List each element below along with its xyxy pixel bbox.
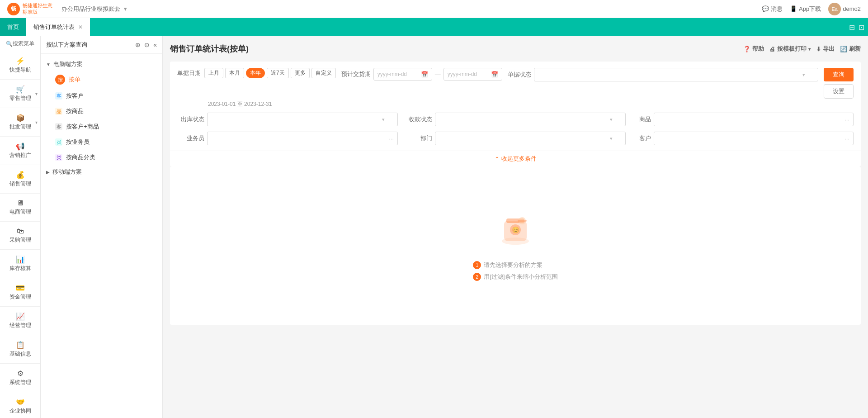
help-btn[interactable]: ❓ 帮助 [743, 45, 764, 53]
left-panel-header-actions: ⊕ ⊙ « [135, 41, 157, 48]
empty-state: 😊 1 请先选择要分析的方案 2 用[过滤]条件来缩小分析范围 [170, 166, 861, 325]
sidebar-item-ecommerce[interactable]: 🖥 电商管理 [0, 194, 40, 222]
tab-maximize-icon[interactable]: ⊡ [859, 23, 864, 32]
sales-icon: 💰 [16, 171, 25, 179]
tab-home[interactable]: 首页 [0, 18, 26, 36]
sidebar-item-sales[interactable]: 💰 销售管理 [0, 165, 40, 194]
press-icon: 按 [55, 75, 65, 85]
sidebar-item-system[interactable]: ⚙ 系统管理 [0, 364, 40, 392]
date-btn-this-year[interactable]: 本年 [246, 68, 265, 78]
salesman-icon: 员 [55, 138, 62, 146]
sidebar-item-operation[interactable]: 📈 经营管理 [0, 307, 40, 335]
page-title-area: 销售订单统计表(按单) ❓ 帮助 🖨 按模板打印 ▾ ⬇ 导出 [170, 43, 861, 54]
date-btn-more[interactable]: 更多 [291, 68, 310, 78]
export-btn[interactable]: ⬇ 导出 [816, 45, 835, 53]
collapse-bar[interactable]: ⌃ 收起更多条件 [170, 151, 861, 166]
message-icon: 💬 [762, 5, 769, 12]
query-btn-area: 查询 设置 [824, 68, 854, 99]
payment-status-select[interactable]: ▾ [435, 113, 626, 126]
scheme-item-by-customer-goods[interactable]: 客 按客户+商品 [41, 119, 162, 134]
marketing-icon: 📢 [16, 142, 25, 151]
dept-label: 部门 [405, 134, 432, 142]
dept-arrow-icon: ▾ [610, 136, 613, 142]
scheme-item-by-goods[interactable]: 品 按商品 [41, 104, 162, 119]
sidebar-item-basic[interactable]: 📋 基础信息 [0, 335, 40, 364]
purchase-icon: 🛍 [17, 227, 24, 235]
tab-close-icon[interactable]: ✕ [78, 24, 83, 30]
customer-icon: 客 [55, 92, 62, 100]
svg-rect-6 [518, 220, 527, 222]
expected-date-from-input[interactable]: yyyy-mm-dd 📅 [373, 68, 432, 81]
main-content: 销售订单统计表(按单) ❓ 帮助 🖨 按模板打印 ▾ ⬇ 导出 [163, 36, 868, 418]
export-icon: ⬇ [816, 46, 821, 52]
shipment-status-select[interactable]: ▾ [207, 113, 398, 126]
message-btn[interactable]: 💬 消息 [762, 5, 783, 13]
sidebar-item-marketing[interactable]: 📢 营销推广 [0, 137, 40, 165]
download-icon: 📱 [790, 5, 797, 12]
empty-illustration: 😊 [493, 207, 538, 254]
salesman-input[interactable]: ··· [207, 132, 398, 145]
inventory-icon: 📊 [16, 255, 25, 264]
empty-tips: 1 请先选择要分析的方案 2 用[过滤]条件来缩小分析范围 [473, 261, 557, 285]
expected-date-to-input[interactable]: yyyy-mm-dd 📅 [443, 68, 502, 81]
scheme-group-pc-title[interactable]: ▼ 电脑端方案 [41, 57, 162, 71]
settings-scheme-btn[interactable]: ⊙ [144, 41, 150, 48]
query-btn[interactable]: 查询 [824, 68, 854, 81]
scheme-item-by-salesman[interactable]: 员 按业务员 [41, 134, 162, 150]
scheme-item-by-order[interactable]: 按 按单 [41, 71, 162, 88]
date-btn-this-month[interactable]: 本月 [225, 68, 244, 78]
sidebar-item-inventory[interactable]: 📊 库存核算 [0, 250, 40, 278]
tab-minimize-icon[interactable]: ⊟ [849, 23, 855, 32]
app-download-btn[interactable]: 📱 App下载 [790, 5, 821, 13]
retail-icon: 🛒 [16, 85, 25, 94]
print-btn[interactable]: 🖨 按模板打印 ▾ [769, 45, 811, 53]
avatar: Ea [828, 3, 841, 15]
customer-input[interactable]: ··· [654, 132, 854, 145]
payment-status-label: 收款状态 [405, 115, 432, 124]
scheme-item-by-category[interactable]: 类 按商品分类 [41, 150, 162, 165]
content-area: 按以下方案查询 ⊕ ⊙ « ▼ 电脑端方案 按 按单 [41, 36, 868, 418]
scheme-item-by-customer[interactable]: 客 按客户 [41, 88, 162, 104]
logo-area: 畅 畅捷通好生意 标准版 [7, 3, 52, 15]
date-btn-last7[interactable]: 近7天 [267, 68, 289, 78]
left-panel: 按以下方案查询 ⊕ ⊙ « ▼ 电脑端方案 按 按单 [41, 36, 163, 418]
search-icon: 🔍 [6, 41, 13, 47]
sidebar-item-wholesale[interactable]: 📦 批发管理 [0, 108, 40, 137]
sidebar-item-enterprise[interactable]: 🤝 企业协同 [0, 392, 40, 418]
user-area[interactable]: Ea demo2 [828, 3, 861, 15]
tab-bar-actions: ⊟ ⊡ [849, 23, 868, 32]
tab-sales-order-stats[interactable]: 销售订单统计表 ✕ [26, 18, 90, 36]
tab-bar: 首页 销售订单统计表 ✕ ⊟ ⊡ [0, 18, 868, 36]
refresh-btn[interactable]: 🔄 刷新 [840, 45, 861, 53]
empty-tip-1: 1 请先选择要分析的方案 [473, 261, 557, 269]
date-btn-last-month[interactable]: 上月 [204, 68, 223, 78]
calendar-from-icon: 📅 [421, 71, 428, 78]
collapse-panel-btn[interactable]: « [153, 41, 157, 48]
ecommerce-icon: 🖥 [17, 199, 24, 207]
scheme-group-pc: ▼ 电脑端方案 按 按单 客 按客户 品 按商品 [41, 57, 162, 165]
goods-label: 商品 [633, 115, 651, 124]
top-bar-left: 畅 畅捷通好生意 标准版 办公用品行业模拟账套 ▾ [7, 3, 127, 15]
logo-text: 畅捷通好生意 标准版 [23, 3, 52, 14]
expected-date-label: 预计交货期 [341, 70, 371, 78]
date-btn-custom[interactable]: 自定义 [311, 68, 336, 78]
finance-icon: 💳 [16, 284, 25, 292]
settings-btn[interactable]: 设置 [824, 84, 854, 99]
goods-input[interactable]: ··· [654, 113, 854, 126]
sidebar-item-purchase[interactable]: 🛍 采购管理 [0, 222, 40, 250]
sidebar-item-quick-nav[interactable]: ⚡ 快捷导航 [0, 51, 40, 80]
app-title[interactable]: 办公用品行业模拟账套 ▾ [61, 5, 127, 13]
sidebar-item-retail[interactable]: 🛒 零售管理 [0, 80, 40, 108]
page-title-text: 销售订单统计表(按单) [170, 43, 249, 54]
basic-icon: 📋 [16, 341, 25, 349]
quicknav-icon: ⚡ [16, 57, 25, 65]
sidebar-item-finance[interactable]: 💳 资金管理 [0, 278, 40, 307]
scheme-group-mobile-title[interactable]: ▶ 移动端方案 [41, 165, 162, 179]
sidebar: 🔍 搜索菜单 ⚡ 快捷导航 🛒 零售管理 📦 批发管理 📢 营销推广 💰 销售管… [0, 36, 41, 418]
add-scheme-btn[interactable]: ⊕ [135, 41, 141, 48]
search-menu-btn[interactable]: 🔍 搜索菜单 [0, 36, 40, 51]
goods-icon: 品 [55, 108, 62, 115]
dept-select[interactable]: ▾ [435, 132, 626, 145]
doc-status-select[interactable]: ▾ [534, 68, 818, 81]
page-title-actions: ❓ 帮助 🖨 按模板打印 ▾ ⬇ 导出 🔄 刷新 [743, 45, 861, 53]
